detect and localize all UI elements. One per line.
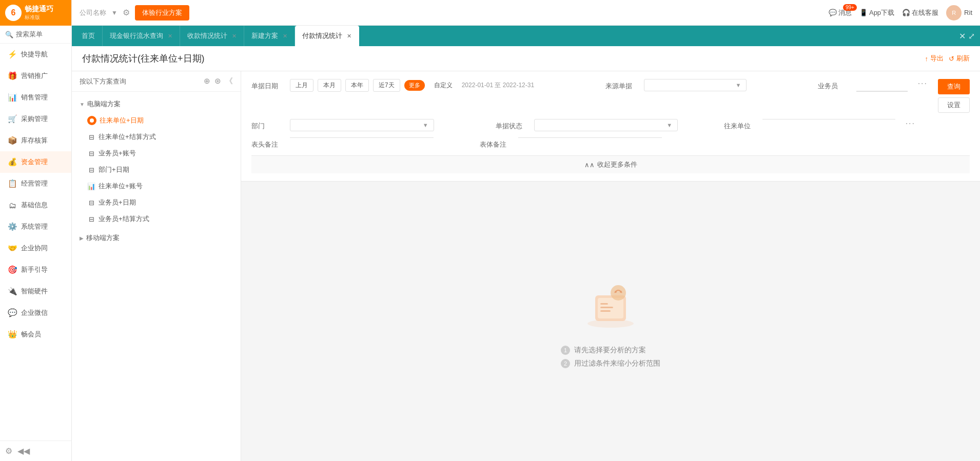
active-circle-inner (90, 118, 94, 123)
sidebar-item-guide[interactable]: 🎯 新手引导 (0, 259, 71, 280)
settings-btn[interactable]: 设置 (938, 97, 970, 113)
quick-nav-icon: ⚡ (8, 50, 17, 59)
export-btn[interactable]: ↑ 导出 (925, 54, 944, 63)
sidebar-item-label: 快捷导航 (21, 50, 48, 59)
tip-1-text: 请先选择要分析的方案 (574, 346, 646, 355)
doc-status-select[interactable]: ▼ (534, 119, 678, 131)
tab-cash-bank-label: 现金银行流水查询 (110, 31, 163, 41)
app-download-btn[interactable]: 📱 App下载 (859, 8, 894, 17)
sidebar-item-marketing[interactable]: 🎁 营销推广 (0, 65, 71, 87)
add-plan-icon[interactable]: ⊕ (204, 76, 210, 86)
tree-item-unit-account[interactable]: 📊 往来单位+账号 (72, 178, 241, 194)
logo-sub: 标准版 (25, 14, 53, 21)
tree-item-staff-settle[interactable]: ⊟ 业务员+结算方式 (72, 211, 241, 227)
sidebar-nav: ⚡ 快捷导航 🎁 营销推广 📊 销售管理 🛒 采购管理 📦 库存核算 💰 资金管… (0, 44, 71, 440)
svg-rect-5 (600, 310, 611, 312)
tab-payment-stats[interactable]: 付款情况统计 ✕ (295, 26, 359, 46)
sidebar-item-member[interactable]: 👑 畅会员 (0, 324, 71, 345)
sidebar-item-basic[interactable]: 🗂 基础信息 (0, 194, 71, 216)
close-all-tabs-btn[interactable]: ✕ (959, 31, 966, 41)
tab-payment-stats-label: 付款情况统计 (302, 31, 342, 41)
date-btn-custom[interactable]: 自定义 (429, 79, 458, 91)
query-btn[interactable]: 查询 (938, 79, 970, 94)
sidebar-item-system[interactable]: ⚙️ 系统管理 (0, 216, 71, 237)
empty-tips: 1 请先选择要分析的方案 2 用过滤条件来缩小分析范围 (561, 346, 660, 368)
date-btn-last-month[interactable]: 上月 (290, 79, 313, 92)
tip-2-text: 用过滤条件来缩小分析范围 (574, 359, 660, 368)
settings-footer-btn[interactable]: ⚙ (5, 446, 12, 456)
inventory-icon: 📦 (8, 136, 17, 145)
doc-status-dropdown-icon: ▼ (667, 122, 672, 128)
online-service-btn[interactable]: 🎧 在线客服 (902, 8, 938, 17)
sidebar-item-operation[interactable]: 📋 经营管理 (0, 173, 71, 194)
export-icon: ↑ (925, 55, 929, 63)
page-actions: ↑ 导出 ↺ 刷新 (925, 54, 970, 63)
tree-item-staff-account[interactable]: ⊟ 业务员+账号 (72, 145, 241, 162)
user-area[interactable]: R Rit (946, 5, 972, 21)
tab-cash-bank[interactable]: 现金银行流水查询 ✕ (103, 26, 180, 46)
sidebar-item-enterprise[interactable]: 🤝 企业协同 (0, 237, 71, 259)
settings-plan-icon[interactable]: ⊛ (214, 76, 221, 86)
collapse-more-btn[interactable]: ∧∧ 收起更多条件 (251, 155, 970, 173)
date-btn-this-month[interactable]: 本月 (318, 79, 341, 92)
date-btn-7days[interactable]: 近7天 (373, 79, 400, 92)
message-badge: 99+ (843, 4, 857, 11)
dept-select[interactable]: ▼ (290, 119, 434, 131)
company-dropdown-icon[interactable]: ▼ (111, 9, 117, 16)
trial-btn[interactable]: 体验行业方案 (135, 5, 189, 21)
sidebar-item-wechat[interactable]: 💬 企业微信 (0, 302, 71, 324)
source-select[interactable]: ▼ (644, 79, 747, 91)
sidebar-item-purchase[interactable]: 🛒 采购管理 (0, 108, 71, 130)
refresh-icon: ↺ (949, 55, 954, 63)
tree-item-label: 往来单位+结算方式 (99, 132, 156, 142)
table-icon: ⊟ (87, 149, 95, 157)
sidebar-item-sales[interactable]: 📊 销售管理 (0, 87, 71, 108)
topbar-gear-icon[interactable]: ⚙ (123, 8, 130, 17)
tree-parent-desktop[interactable]: ▼ 电脑端方案 (72, 96, 241, 112)
message-btn[interactable]: 💬 消息 99+ (829, 8, 852, 17)
tree-item-unit-settle[interactable]: ⊟ 往来单位+结算方式 (72, 129, 241, 145)
dept-filter-label: 部门 (251, 119, 280, 131)
maximize-btn[interactable]: ⤢ (968, 31, 975, 41)
sidebar-item-label: 销售管理 (21, 93, 48, 102)
collapse-sidebar-btn[interactable]: ◀◀ (17, 446, 30, 456)
tree-item-dept-date[interactable]: ⊟ 部门+日期 (72, 162, 241, 178)
date-btn-more[interactable]: 更多 (404, 80, 425, 91)
left-panel-header: 按以下方案查询 ⊕ ⊛ 《 (72, 71, 241, 92)
tab-payment-stats-close[interactable]: ✕ (347, 33, 351, 39)
sidebar-logo: 6 畅捷通巧 标准版 (0, 0, 71, 26)
staff-dots-btn[interactable]: ··· (918, 79, 928, 88)
tab-receipt-stats-close[interactable]: ✕ (232, 33, 237, 39)
sidebar-item-hardware[interactable]: 🔌 智能硬件 (0, 280, 71, 302)
sidebar-search[interactable]: 🔍 搜索菜单 (0, 26, 71, 44)
filter-row-date: 单据日期 上月 本月 本年 近7天 更多 自定义 2022-01-01 至 20… (251, 79, 970, 113)
tabbar-actions: ✕ ⤢ (959, 31, 977, 41)
sidebar-item-label: 系统管理 (21, 222, 48, 231)
refresh-btn[interactable]: ↺ 刷新 (949, 54, 970, 63)
tab-home[interactable]: 首页 (74, 26, 103, 46)
tree-item-label: 往来单位+日期 (100, 116, 144, 125)
sidebar-item-inventory[interactable]: 📦 库存核算 (0, 130, 71, 151)
tab-new-plan[interactable]: 新建方案 ✕ (244, 26, 295, 46)
svg-rect-3 (600, 303, 608, 305)
tree-parent-mobile[interactable]: ▶ 移动端方案 (72, 230, 241, 246)
svg-rect-4 (600, 307, 613, 308)
tab-receipt-stats[interactable]: 收款情况统计 ✕ (180, 26, 244, 46)
tree-item-unit-date[interactable]: 往来单位+日期 (72, 112, 241, 129)
svg-point-7 (615, 291, 617, 293)
table-icon: ⊟ (87, 215, 95, 223)
unit-dots-btn[interactable]: ··· (906, 119, 915, 128)
body-note-label: 表体备注 (480, 137, 508, 149)
svg-point-6 (611, 285, 626, 300)
collapse-panel-icon[interactable]: 《 (225, 76, 233, 86)
refresh-label: 刷新 (956, 54, 970, 63)
sidebar-item-quick-nav[interactable]: ⚡ 快捷导航 (0, 44, 71, 65)
staff-input[interactable] (856, 79, 907, 91)
tree-item-staff-date[interactable]: ⊟ 业务员+日期 (72, 194, 241, 211)
sidebar-item-capital[interactable]: 💰 资金管理 (0, 151, 71, 173)
date-btn-this-year[interactable]: 本年 (345, 79, 369, 92)
tab-cash-bank-close[interactable]: ✕ (168, 33, 172, 39)
service-icon: 🎧 (902, 9, 910, 16)
tab-new-plan-close[interactable]: ✕ (283, 33, 287, 39)
empty-svg (580, 275, 641, 336)
